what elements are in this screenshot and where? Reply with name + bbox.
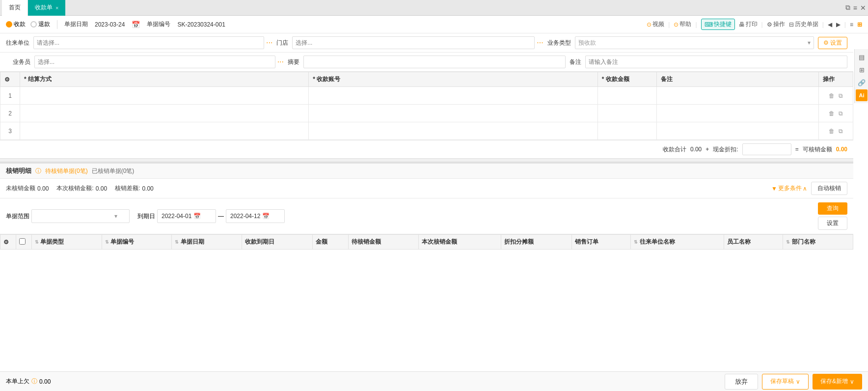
auto-reconcile-button[interactable]: 自动核销 [811,182,847,195]
bottom-col-settings[interactable]: ⚙ [0,235,16,250]
filter-settings-button[interactable]: 设置 [818,217,847,230]
col-settings-header[interactable]: ⚙ [0,72,20,87]
footer-info-icon[interactable]: ⓘ [31,377,37,386]
shortcut-btn[interactable]: ⌨ 快捷键 [701,19,735,30]
save-new-button[interactable]: 保存&新增 ∨ [813,374,862,390]
pending-tab[interactable]: 待核销单据(0笔) [45,167,88,175]
calendar-to-icon[interactable]: 📅 [262,213,270,220]
equals-sign: = [795,146,799,153]
reconcile-header: 核销明细 ⓘ 待核销单据(0笔) 已核销单据(0笔) [0,162,853,179]
tab-receipt[interactable]: 收款单 × [28,0,65,16]
shop-input[interactable] [292,36,535,49]
uncancelled-stat: 未核销金额 0.00 [6,184,49,193]
radio-refund[interactable]: 退款 [30,20,50,28]
save-draft-button[interactable]: 保存草稿 ∨ [762,374,809,390]
query-button[interactable]: 查询 [818,202,847,215]
video-label: 视频 [652,20,664,28]
abandon-button[interactable]: 放弃 [725,374,758,390]
content-wrapper: * 往来单位 ··· 门店 ··· * 业务类型 预收款 ▾ [0,33,868,391]
row-notes-1[interactable] [656,87,818,105]
form-row-2: 业务员 ··· 摘要 备注 [0,53,853,72]
prev-btn[interactable]: ◀ [828,21,832,28]
business-type-select[interactable]: 预收款 ▾ [575,36,814,49]
shortcut-icon: ⌨ [705,21,713,28]
video-btn[interactable]: ⊙ 视频 [647,20,664,28]
footer-left: 本单上欠 ⓘ 0.00 [6,377,51,386]
sort-type-icon[interactable]: ⇅ [35,240,39,245]
row-account-2[interactable] [309,105,597,122]
help-btn[interactable]: ⊙ 帮助 [674,20,691,28]
settings-button[interactable]: ⚙ 设置 [818,37,847,49]
delete-row-1-icon[interactable]: 🗑 [829,92,835,99]
sidebar-grid-icon[interactable]: ⊞ [856,64,868,76]
salesperson-more-icon[interactable]: ··· [277,57,284,66]
uncancelled-label: 未核销金额 [6,184,35,193]
partner-more-icon[interactable]: ··· [266,38,272,47]
layout-icon[interactable]: ≡ [853,4,857,12]
select-all-checkbox[interactable] [19,238,26,245]
sort-dept-icon[interactable]: ⇅ [786,240,790,245]
row-settle-2[interactable] [20,105,309,122]
date-to-input[interactable]: 2022-04-12 📅 [226,209,285,223]
list-view-btn[interactable]: ≡ [850,21,853,28]
total-value: 0.00 [690,146,702,153]
sort-date-icon[interactable]: ⇅ [175,240,179,245]
stats-row: 未核销金额 0.00 本次核销金额: 0.00 核销差额: 0.00 ▼ 更多条… [0,179,853,198]
copy-row-3-icon[interactable]: ⧉ [839,128,843,135]
row-account-1[interactable] [309,87,597,105]
reconcile-info-icon[interactable]: ⓘ [35,167,41,175]
radio-receipt[interactable]: 收款 [6,20,26,28]
sort-number-icon[interactable]: ⇅ [105,240,109,245]
sidebar-table-icon[interactable]: ▤ [856,51,868,63]
range-select[interactable]: ▾ [31,209,130,223]
notes-input[interactable] [585,56,847,68]
radio-receipt-dot [6,21,12,28]
this-order-value: 0.00 [39,378,51,385]
shop-more-icon[interactable]: ··· [537,38,543,47]
operation-icon: ⚙ [767,21,772,28]
sidebar-link-icon[interactable]: 🔗 [856,77,868,88]
partner-input[interactable] [33,36,264,49]
done-tab[interactable]: 已核销单据(0笔) [92,167,135,175]
copy-row-2-icon[interactable]: ⧉ [839,110,843,117]
tab-close-icon[interactable]: × [55,5,58,11]
row-amount-3[interactable] [597,122,656,140]
next-btn[interactable]: ▶ [836,21,841,28]
print-btn[interactable]: 🖶 打印 [739,20,758,28]
bottom-col-checkbox[interactable] [16,235,32,250]
operation-btn[interactable]: ⚙ 操作 [767,20,785,28]
sidebar-ai-icon[interactable]: Ai [856,89,868,101]
radio-group: 收款 退款 [6,20,50,28]
partner-field: * 往来单位 ··· [6,36,272,49]
copy-row-1-icon[interactable]: ⧉ [839,92,843,99]
row-settle-1[interactable] [20,87,309,105]
row-account-3[interactable] [309,122,597,140]
grid-view-btn[interactable]: ⊞ [857,21,862,28]
more-conditions-btn[interactable]: ▼ 更多条件 ∧ [771,184,807,193]
calendar-icon[interactable]: 📅 [132,21,140,28]
calendar-from-icon[interactable]: 📅 [193,213,201,220]
delete-row-3-icon[interactable]: 🗑 [829,128,835,135]
total-label: 收款合计 [663,145,686,154]
row-amount-1[interactable] [597,87,656,105]
diff-value: 0.00 [142,185,153,192]
row-notes-3[interactable] [656,122,818,140]
row-num-2: 2 [0,105,20,122]
sort-partner-icon[interactable]: ⇅ [634,240,638,245]
history-btn[interactable]: ⊟ 历史单据 [789,20,818,28]
row-settle-3[interactable] [20,122,309,140]
delete-row-2-icon[interactable]: 🗑 [829,110,835,117]
date-from-input[interactable]: 2022-04-01 📅 [157,209,216,223]
row-notes-2[interactable] [656,105,818,122]
summary-input[interactable] [303,56,566,68]
date-separator: — [218,213,224,220]
row-amount-2[interactable] [597,105,656,122]
tab-home[interactable]: 首页 [2,0,28,16]
row-num-3: 3 [0,122,20,140]
salesperson-input[interactable] [34,56,275,68]
bottom-table: ⚙ ⇅ 单据类型 ⇅ 单据编号 ⇅ 单据日期 [0,234,853,250]
restore-window-icon[interactable]: ⧉ [845,3,850,12]
bottom-col-partner: ⇅ 往来单位名称 [631,235,724,250]
close-window-icon[interactable]: ✕ [860,4,866,12]
discount-input[interactable] [742,143,791,155]
